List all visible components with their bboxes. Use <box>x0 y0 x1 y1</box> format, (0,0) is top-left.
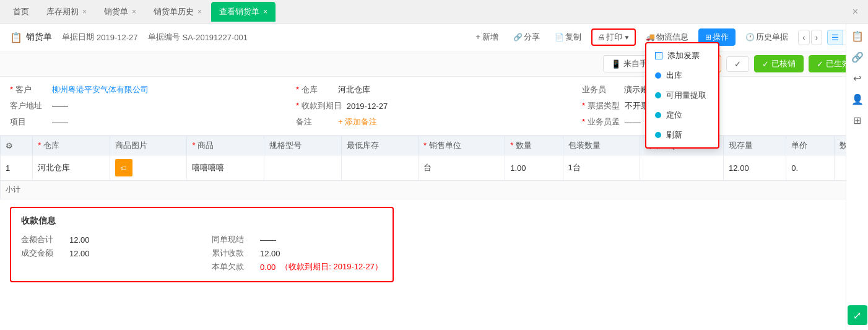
row-spec <box>264 155 341 181</box>
total-label: 金额合计 <box>21 234 64 245</box>
payment-box: 收款信息 金额合计 12.00 成交金额 12.00 同单现结 —— <box>10 207 394 282</box>
effective-check-icon: ✓ <box>817 59 823 69</box>
col-product: 商品 <box>187 136 264 155</box>
salesperson2-row: 业务员孟 —— <box>582 116 858 128</box>
window-close-button[interactable]: × <box>848 4 863 20</box>
side-user-btn[interactable]: 👤 <box>848 89 867 109</box>
tab-sales-order-close[interactable]: × <box>132 7 136 16</box>
col-min-stock: 最低库存 <box>341 136 419 155</box>
col-settings[interactable]: ⚙ <box>1 136 33 155</box>
tab-inventory-init[interactable]: 库存期初 × <box>38 2 95 22</box>
tab-view-sales-close[interactable]: × <box>263 7 267 16</box>
confirm-icon: ✓ <box>734 59 741 69</box>
product-table: ⚙ 仓库 商品图片 商品 规格型号 最低库存 销售单位 数量 包装数量 可用量 … <box>0 136 868 199</box>
customer-value[interactable]: 柳州粤港平安气体有限公司 <box>52 84 149 95</box>
number-value: SA-20191227-001 <box>183 33 248 42</box>
tab-sales-history[interactable]: 销货单历史 × <box>145 2 210 22</box>
arrears-value: 0.00 <box>260 263 276 272</box>
payment-date-value: 2019-12-27 <box>347 102 388 111</box>
form-section: 客户 柳州粤港平安气体有限公司 仓库 河北仓库 业务员 演示账号 客户地址 ——… <box>0 77 868 135</box>
history-button[interactable]: 🕐 历史单据 <box>740 29 793 45</box>
refresh-item[interactable]: 刷新 <box>646 125 718 145</box>
locate-icon <box>655 112 661 118</box>
share-icon: 🔗 <box>513 33 523 41</box>
tab-inventory-init-close[interactable]: × <box>82 7 87 16</box>
address-label: 客户地址 <box>10 100 47 111</box>
prev-arrow[interactable]: ‹ <box>798 30 809 45</box>
share-button[interactable]: 🔗 分享 <box>508 29 545 45</box>
available-pick-icon <box>655 92 661 98</box>
tab-sales-order[interactable]: 销货单 × <box>96 2 144 22</box>
product-image: 🏷 <box>115 159 132 176</box>
cumulative-value: 12.00 <box>260 249 280 258</box>
settlement-value: —— <box>260 235 276 245</box>
customer-label: 客户 <box>10 84 47 95</box>
doc-date-section: 单据日期 2019-12-27 <box>62 32 138 43</box>
side-grid-btn[interactable]: ⊞ <box>848 110 867 130</box>
layout-list-btn[interactable]: ☰ <box>827 30 843 45</box>
tab-sales-history-close[interactable]: × <box>197 7 202 16</box>
col-image: 商品图片 <box>110 136 187 155</box>
note-add-btn[interactable]: + 添加备注 <box>338 116 377 128</box>
row-seq: 1 <box>1 155 33 181</box>
tab-view-sales[interactable]: 查看销货单 × <box>211 2 276 22</box>
out-stock-icon <box>655 72 661 79</box>
subtotal-label: 小计 <box>1 181 868 199</box>
out-stock-item[interactable]: 出库 <box>646 66 718 85</box>
print-button[interactable]: 🖨 打印 ▼ <box>591 28 636 46</box>
operation-dropdown: 添加发票 出库 可用量提取 定位 刷新 <box>645 42 719 149</box>
row-product: 嘻嘻嘻嘻 <box>187 155 264 181</box>
warehouse-row: 仓库 河北仓库 <box>296 84 572 95</box>
available-pick-item[interactable]: 可用量提取 <box>646 85 718 105</box>
operation-icon: ⊞ <box>705 33 711 41</box>
history-icon: 🕐 <box>745 33 755 41</box>
side-return-btn[interactable]: ↩ <box>848 68 867 88</box>
row-image: 🏷 <box>110 155 187 181</box>
arrears-note: （收款到期日: 2019-12-27） <box>280 261 383 272</box>
phone-icon: 📱 <box>611 59 621 69</box>
warehouse-label: 仓库 <box>296 84 333 95</box>
row-unit-price: 0. <box>786 155 835 181</box>
note-label: 备注 <box>296 116 333 128</box>
add-invoice-icon <box>655 52 662 59</box>
add-invoice-item[interactable]: 添加发票 <box>646 46 718 66</box>
status-row: 📱 来自手机 🔴 未开票 ✓ ✓ 已核销 ✓ 已生效 <box>0 51 868 77</box>
locate-item[interactable]: 定位 <box>646 105 718 125</box>
main-content: 📋 销货单 单据日期 2019-12-27 单据编号 SA-20191227-0… <box>0 24 868 330</box>
print-icon: 🖨 <box>597 33 605 41</box>
payment-title: 收款信息 <box>21 215 383 227</box>
tab-home[interactable]: 首页 <box>5 2 37 22</box>
settlement-row: 同单现结 —— <box>212 233 383 246</box>
refresh-icon <box>655 132 661 138</box>
address-row: 客户地址 —— <box>10 100 286 111</box>
col-warehouse: 仓库 <box>33 136 110 155</box>
total-row: 金额合计 12.00 <box>21 233 192 246</box>
project-row: 项目 —— <box>10 116 286 128</box>
side-toolbar: 📋 🔗 ↩ 👤 ⊞ ⤢ <box>846 24 868 330</box>
date-value: 2019-12-27 <box>97 33 138 42</box>
next-arrow[interactable]: › <box>811 30 822 45</box>
new-button[interactable]: + 新增 <box>471 29 503 45</box>
sales-order-icon: 📋 <box>10 32 22 43</box>
confirm-button[interactable]: ✓ <box>726 56 749 72</box>
ticket-type-row: 票据类型 不开票 <box>582 100 858 111</box>
arrears-row: 本单欠款 0.00 （收款到期日: 2019-12-27） <box>212 260 383 274</box>
side-expand-btn[interactable]: ⤢ <box>848 305 867 325</box>
side-link-btn[interactable]: 🔗 <box>848 47 867 67</box>
settlement-label: 同单现结 <box>212 234 255 245</box>
canceled-button[interactable]: ✓ 已核销 <box>754 55 804 72</box>
ticket-type-label: 票据类型 <box>582 100 620 111</box>
copy-button[interactable]: 📄 复制 <box>550 29 586 45</box>
transaction-value: 12.00 <box>69 249 90 258</box>
col-unit-price: 单价 <box>786 136 835 155</box>
table-row: 1 河北仓库 🏷 嘻嘻嘻嘻 台 1.00 1台 12.00 0. <box>1 155 868 181</box>
payment-right: 同单现结 —— 累计收款 12.00 本单欠款 0.00 （收款到期日: 201… <box>212 233 383 274</box>
project-value: —— <box>52 118 68 127</box>
side-clipboard-btn[interactable]: 📋 <box>848 26 867 46</box>
col-current-stock: 现存量 <box>724 136 786 155</box>
table-section: ⚙ 仓库 商品图片 商品 规格型号 最低库存 销售单位 数量 包装数量 可用量 … <box>0 135 868 199</box>
row-unit: 台 <box>419 155 505 181</box>
address-value: —— <box>52 102 68 111</box>
row-current-stock: 12.00 <box>724 155 786 181</box>
payment-grid: 金额合计 12.00 成交金额 12.00 同单现结 —— 累计收款 <box>21 233 383 274</box>
